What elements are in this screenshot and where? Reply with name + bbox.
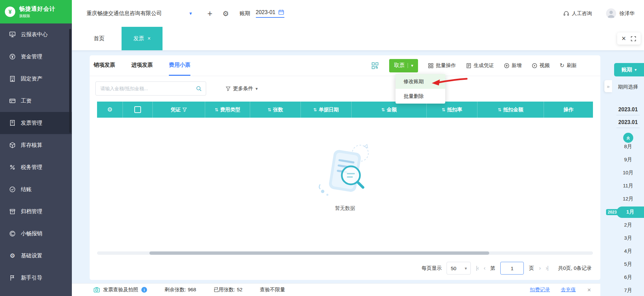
period-value[interactable]: 2023-01 [256, 9, 285, 18]
company-selector[interactable]: 重庆畅捷交通信息咨询有限公司 ▾ [87, 10, 192, 17]
month-list: 8月 9月 10月 11月 12月 2023 1月 2月 3月 4月 5月 6月… [612, 140, 644, 296]
sidebar-item-closing[interactable]: 结账 [0, 178, 72, 200]
month-item[interactable]: 4月 [612, 245, 644, 258]
filter-icon [182, 107, 187, 112]
period-button[interactable]: 账期 ▾ [614, 63, 644, 76]
column-settings-button[interactable]: ⚙ [97, 102, 123, 118]
close-icon[interactable]: × [622, 35, 626, 42]
column-label: 抵扣率 [447, 107, 462, 113]
brand-title: 畅捷通好会计 [19, 5, 55, 13]
month-item[interactable]: 2月 [612, 219, 644, 232]
column-deduction-amount[interactable]: ⇅抵扣金额 [477, 102, 544, 118]
add-button[interactable]: 新增 [504, 62, 522, 69]
month-item[interactable]: 12月 [612, 192, 644, 205]
month-item[interactable]: 11月 [612, 179, 644, 192]
sidebar-item-service[interactable]: 服务中心 [0, 289, 72, 296]
month-item[interactable]: 6月 [612, 271, 644, 284]
settings-gear-icon[interactable]: ⚙ [223, 10, 229, 17]
pagination: 每页显示 50 ▾ |‹ ‹ 第 页 › ›| 共0页, 0条记录 [421, 262, 592, 275]
sidebar-item-payroll[interactable]: 工资 [0, 90, 72, 112]
topbar: 重庆畅捷交通信息咨询有限公司 ▾ + ⚙ 账期 2023-01 人工咨询 徐泽华 [72, 0, 644, 27]
sidebar-item-guide[interactable]: 新手引导 [0, 267, 72, 289]
collapse-panel-button[interactable]: » [604, 80, 612, 92]
select-all-checkbox[interactable] [123, 102, 153, 118]
month-item[interactable]: 8月 [612, 140, 644, 153]
qr-scan-icon[interactable] [371, 62, 379, 70]
sidebar-item-label: 发票管理 [21, 120, 42, 127]
invoice-check-footer: 发票查验及拍照 i 剩余张数:968 已用张数:52 查验不限量 扣费记录 去充… [72, 283, 600, 296]
next-page-button[interactable]: › [539, 265, 541, 272]
fullscreen-icon[interactable] [631, 36, 636, 42]
per-page-select[interactable]: 50 ▾ [447, 262, 471, 275]
sidebar-item-fixed-assets[interactable]: 固定资产 [0, 68, 72, 90]
gear-icon: ⚙ [107, 106, 112, 113]
sidebar-item-report-center[interactable]: 云报表中心 [0, 23, 72, 46]
search-box [95, 81, 206, 96]
tab-home[interactable]: 首页 [83, 27, 115, 50]
more-filters-label: 更多条件 [233, 85, 253, 92]
chevron-down-icon: ▾ [256, 86, 258, 91]
sidebar-item-label: 云报表中心 [21, 31, 48, 38]
tab-expense-receipt[interactable]: 费用小票 [169, 55, 190, 76]
period-end-date[interactable]: 2023.01 [616, 119, 640, 128]
scrollbar-thumb[interactable] [149, 251, 489, 255]
last-page-button[interactable]: ›| [546, 265, 548, 272]
search-input[interactable] [100, 85, 196, 92]
period-start-date[interactable]: 2023.01 [616, 107, 640, 115]
menu-item-batch-delete[interactable]: 批量删除 [396, 89, 445, 104]
page-number-input[interactable] [500, 262, 524, 275]
sidebar-item-label: 库存核算 [21, 142, 42, 149]
brand-logo-icon: ¥ [4, 6, 16, 18]
first-page-button[interactable]: |‹ [476, 265, 478, 272]
empty-illustration [310, 142, 380, 200]
info-icon[interactable]: i [141, 287, 147, 293]
month-item[interactable]: 3月 [612, 232, 644, 245]
gear-icon: ⚙ [9, 252, 16, 259]
menu-item-modify-period[interactable]: 修改账期 [396, 74, 445, 89]
support-button[interactable]: 人工咨询 [563, 10, 592, 17]
get-ticket-button[interactable]: 取票 ▾ [389, 59, 418, 72]
sidebar-item-archive[interactable]: 归档管理 [0, 200, 72, 223]
close-icon[interactable]: × [147, 36, 150, 42]
video-button[interactable]: 视频 [532, 62, 550, 69]
tab-sales-invoice[interactable]: 销项发票 [94, 55, 115, 76]
prev-page-button[interactable]: ‹ [484, 265, 486, 272]
sidebar-scrollbar[interactable] [69, 29, 71, 133]
column-voucher[interactable]: 凭证 [153, 102, 205, 118]
fee-record-link[interactable]: 扣费记录 [530, 287, 550, 293]
brand-logo: ¥ 畅捷通好会计 旗舰版 [0, 0, 72, 23]
month-item-active[interactable]: 2023 1月 [616, 206, 644, 218]
recharge-link[interactable]: 去充值 [561, 287, 576, 293]
add-account-button[interactable]: + [208, 9, 213, 18]
month-item[interactable]: 10月 [612, 166, 644, 179]
sidebar-item-invoice[interactable]: 发票管理 [0, 112, 72, 134]
sidebar-item-label: 结账 [21, 186, 32, 193]
building-icon [9, 75, 16, 82]
tab-invoice[interactable]: 发票 × [122, 27, 163, 50]
avatar[interactable] [606, 8, 616, 18]
column-label: 金额 [386, 107, 397, 113]
horizontal-scrollbar[interactable] [97, 251, 593, 255]
sidebar-item-funds[interactable]: 资金管理 [0, 46, 72, 68]
tab-input-invoice[interactable]: 进项发票 [131, 55, 153, 76]
column-deduction-rate[interactable]: ⇅抵扣率 [427, 102, 477, 118]
refresh-button[interactable]: ↻ 刷新 [560, 62, 577, 69]
month-item[interactable]: 7月 [612, 284, 644, 296]
search-icon[interactable] [196, 86, 202, 92]
more-filters-button[interactable]: 更多条件 ▾ [226, 85, 258, 92]
batch-operations-button[interactable]: 批量操作 [428, 62, 456, 69]
sidebar-item-tax[interactable]: 税务管理 [0, 156, 72, 178]
column-date[interactable]: ⇅单据日期 [301, 102, 352, 118]
close-icon[interactable]: × [587, 286, 591, 294]
column-count[interactable]: ⇅张数 [250, 102, 301, 118]
month-item[interactable]: 9月 [612, 153, 644, 166]
month-item[interactable]: 5月 [612, 258, 644, 271]
sidebar-item-inventory[interactable]: 库存核算 [0, 134, 72, 156]
sidebar-item-settings[interactable]: ⚙ 基础设置 [0, 245, 72, 267]
generate-voucher-button[interactable]: 生成凭证 [466, 62, 494, 69]
checkbox [134, 106, 141, 113]
sort-icon: ⇅ [268, 107, 271, 112]
column-expense-type[interactable]: ⇅费用类型 [205, 102, 250, 118]
column-amount[interactable]: ⇅金额 [352, 102, 427, 118]
sidebar-item-reimburse[interactable]: 小畅报销 [0, 223, 72, 245]
